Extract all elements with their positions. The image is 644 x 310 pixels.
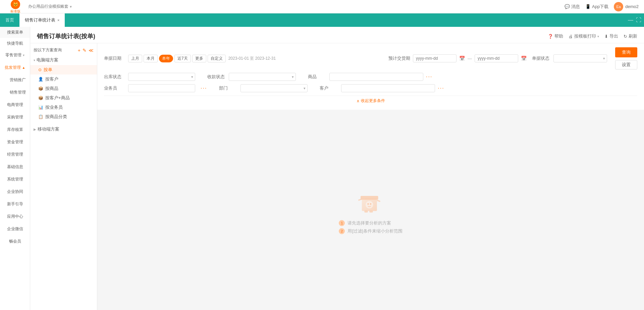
help-btn[interactable]: ❓ 帮助 (548, 33, 563, 39)
tab-close-icon[interactable]: × (57, 18, 59, 22)
salesman-input[interactable] (128, 84, 195, 92)
scheme-category-mobile-row[interactable]: ▶ 移动端方案 (34, 125, 94, 133)
message-icon: 💬 (565, 4, 570, 9)
print-icon: 🖨 (569, 34, 573, 39)
content-area: 销售订单统计表(按单) ❓ 帮助 🖨 按模板打印 ▾ ⬇ 导出 ↻ 刷新 (30, 27, 644, 310)
product-input[interactable] (329, 73, 423, 81)
top-bar-left: 🐱 标准版 办公用品行业模拟账套 ▾ (5, 0, 72, 14)
mobile-category-label: 移动端方案 (38, 126, 59, 132)
app-download-btn[interactable]: 📱 App下载 (585, 4, 608, 10)
breadcrumb-arrow[interactable]: ▾ (70, 4, 72, 9)
filter-row-2: 出库状态 收款状态 (104, 73, 637, 81)
page-title: 销售订单统计表(按单) (37, 32, 95, 40)
scheme-add-icon[interactable]: + (78, 48, 80, 53)
by-salesman-label: 按业务员 (45, 104, 63, 110)
collapse-up-icon: ∧ (357, 99, 360, 103)
date-btn-last-month[interactable]: 上月 (128, 55, 142, 62)
scheme-item-by-category[interactable]: 📋 按商品分类 (30, 112, 97, 121)
dept-select[interactable] (240, 84, 308, 92)
sidebar-item-wholesale[interactable]: 批发管理 ▲ (0, 61, 30, 74)
scheme-item-by-product[interactable]: 📦 按商品 (30, 84, 97, 93)
sidebar-item-inventory[interactable]: 库存核算 (0, 123, 30, 136)
window-maximize-icon[interactable]: ⛶ (636, 17, 641, 23)
sidebar-item-collab[interactable]: 企业协同 (0, 186, 30, 198)
delivery-date-start-icon[interactable]: 📅 (459, 56, 465, 61)
sidebar-item-basic[interactable]: 基础信息 (0, 161, 30, 173)
tab-sales-order[interactable]: 销售订单统计表 × (19, 13, 65, 27)
receipt-status-select[interactable] (229, 73, 296, 81)
sidebar-item-purchase[interactable]: 采购管理 (0, 111, 30, 123)
scheme-header: 按以下方案查询 + ✎ ≪ (30, 46, 97, 56)
sidebar-item-operation[interactable]: 经营管理 (0, 148, 30, 161)
sidebar-item-apps[interactable]: 应用中心 (0, 210, 30, 223)
by-product-label: 按商品 (45, 86, 58, 92)
empty-illustration (356, 186, 386, 216)
sidebar-item-finance[interactable]: 资金管理 (0, 136, 30, 148)
tab-bar-actions: — ⛶ (628, 17, 644, 23)
sidebar-item-quick-nav[interactable]: 快捷导航 (0, 38, 30, 49)
svg-rect-1 (361, 196, 378, 200)
wechat-label: 企业微信 (7, 226, 23, 232)
sidebar-item-sales[interactable]: 销售管理 (0, 86, 30, 99)
ship-status-select[interactable] (128, 73, 195, 81)
scheme-subcategory-pc: ⊙ 按单 👤 按客户 📦 按商品 📦 按客户+商品 (30, 64, 97, 122)
refresh-btn[interactable]: ↻ 刷新 (624, 33, 637, 39)
query-buttons: 查询 设置 (615, 47, 637, 69)
scheme-collapse-icon[interactable]: ≪ (89, 48, 94, 53)
by-order-icon: ⊙ (38, 67, 42, 72)
collapse-bar[interactable]: ∧ 收起更多条件 (104, 96, 637, 106)
delivery-date-end-icon[interactable]: 📅 (521, 56, 527, 61)
product-dots[interactable]: ··· (426, 74, 432, 80)
order-status-select[interactable] (553, 54, 607, 62)
logo-text: 标准版 (10, 9, 20, 14)
sidebar-item-retail[interactable]: 零售管理 ▾ (0, 49, 30, 61)
sidebar-item-marketing[interactable]: 营销推广 (0, 74, 30, 86)
print-btn[interactable]: 🖨 按模板打印 ▾ (569, 33, 599, 39)
scheme-header-title: 按以下方案查询 (34, 47, 62, 53)
basic-label: 基础信息 (7, 164, 23, 170)
date-btn-this-month[interactable]: 本月 (144, 55, 158, 62)
sidebar-item-guide[interactable]: 新手引导 (0, 198, 30, 210)
tab-home[interactable]: 首页 (0, 13, 19, 27)
date-btn-this-year[interactable]: 本年 (159, 55, 173, 62)
date-btn-custom[interactable]: 自定义 (208, 55, 226, 62)
sidebar-item-search-menu[interactable]: 搜索菜单 (0, 27, 30, 38)
retail-arrow: ▾ (23, 53, 24, 57)
pc-category-label: 电脑端方案 (37, 57, 58, 63)
ecommerce-label: 电商管理 (7, 102, 23, 108)
delivery-date-start[interactable] (413, 54, 457, 62)
scheme-header-actions: + ✎ ≪ (78, 48, 94, 53)
date-btn-last-7-days[interactable]: 近7天 (174, 55, 191, 62)
export-btn[interactable]: ⬇ 导出 (604, 33, 618, 39)
guide-label: 新手引导 (7, 201, 23, 207)
scheme-item-by-customer-product[interactable]: 📦 按客户+商品 (30, 93, 97, 103)
scheme-category-pc-row[interactable]: ▾ 电脑端方案 (34, 56, 94, 64)
by-product-icon: 📦 (38, 86, 43, 91)
customer-input[interactable] (341, 84, 435, 92)
settings-button[interactable]: 设置 (615, 60, 637, 69)
sales-label: 销售管理 (10, 90, 26, 95)
scheme-item-by-customer[interactable]: 👤 按客户 (30, 74, 97, 84)
scheme-item-by-salesman[interactable]: 📊 按业务员 (30, 103, 97, 112)
salesman-dots[interactable]: ··· (201, 85, 207, 91)
sidebar-item-system[interactable]: 系统管理 (0, 173, 30, 186)
sidebar-item-ecommerce[interactable]: 电商管理 (0, 99, 30, 111)
top-bar-right: 💬 消息 📱 App下载 Ea demo2 (565, 2, 639, 11)
svg-rect-8 (369, 210, 373, 212)
date-btn-more[interactable]: 更多 (192, 55, 206, 62)
main-layout: 搜索菜单 快捷导航 零售管理 ▾ 批发管理 ▲ 营销推广 销售管理 电商管理 采… (0, 27, 644, 310)
sidebar-item-member[interactable]: 畅会员 (0, 235, 30, 248)
sidebar-item-wechat[interactable]: 企业微信 (0, 223, 30, 235)
scheme-edit-icon[interactable]: ✎ (83, 48, 87, 53)
customer-dots[interactable]: ··· (438, 85, 444, 91)
window-minimize-icon[interactable]: — (628, 17, 633, 23)
message-btn[interactable]: 💬 消息 (565, 4, 580, 10)
order-status-group: 单据状态 (532, 54, 607, 62)
marketing-label: 营销推广 (10, 77, 26, 83)
tab-sales-order-label: 销售订单统计表 (25, 17, 55, 23)
tab-bar: 首页 销售订单统计表 × — ⛶ (0, 13, 644, 27)
scheme-item-by-order[interactable]: ⊙ 按单 (30, 65, 97, 74)
delivery-date-end[interactable] (475, 54, 518, 62)
user-menu[interactable]: Ea demo2 (614, 2, 639, 11)
query-button[interactable]: 查询 (615, 47, 637, 57)
